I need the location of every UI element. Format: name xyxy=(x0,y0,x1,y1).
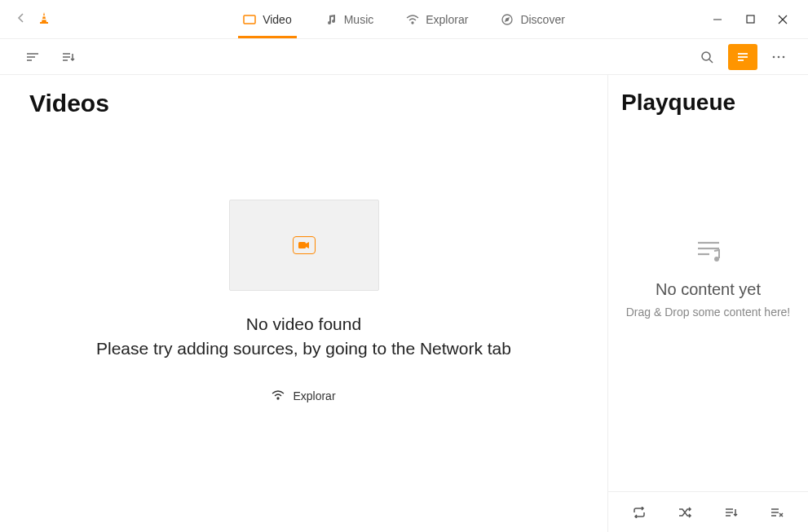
wifi-icon xyxy=(406,13,419,26)
svg-point-25 xyxy=(277,398,279,399)
titlebar-left xyxy=(0,11,114,28)
more-button[interactable] xyxy=(764,44,793,70)
close-button[interactable] xyxy=(777,14,788,25)
maximize-button[interactable] xyxy=(744,14,756,25)
page-title: Videos xyxy=(29,90,578,117)
sort-button[interactable] xyxy=(18,44,47,70)
tab-discover[interactable]: Discover xyxy=(501,0,564,38)
window-controls xyxy=(694,14,808,25)
tab-browse[interactable]: Explorar xyxy=(406,0,468,38)
playlist-sort-button[interactable] xyxy=(54,44,83,70)
titlebar: Video Music Explorar Discover xyxy=(0,0,808,39)
playqueue-title: Playqueue xyxy=(621,90,795,116)
svg-rect-24 xyxy=(298,242,306,248)
tab-label: Discover xyxy=(520,13,564,26)
playqueue-sidebar: Playqueue No content yet Drag & Drop som… xyxy=(608,75,808,532)
minimize-button[interactable] xyxy=(712,14,723,25)
video-placeholder-card xyxy=(229,200,379,291)
empty-state: No video found Please try adding sources… xyxy=(29,117,578,517)
repeat-button[interactable] xyxy=(627,500,651,525)
browse-label: Explorar xyxy=(293,389,335,402)
search-button[interactable] xyxy=(692,44,722,70)
empty-message: No video found Please try adding sources… xyxy=(96,312,511,360)
playlist-music-icon xyxy=(695,240,722,267)
playqueue-footer xyxy=(608,491,808,532)
playqueue-empty-subtitle: Drag & Drop some content here! xyxy=(626,306,791,319)
toolbar-right xyxy=(692,44,793,70)
compass-icon xyxy=(501,13,514,26)
svg-rect-0 xyxy=(40,22,48,24)
empty-line-1: No video found xyxy=(96,312,511,336)
content: Videos No video found Please try adding … xyxy=(0,75,808,532)
tab-video[interactable]: Video xyxy=(243,0,292,38)
toolbar-left xyxy=(18,44,83,70)
playqueue-toggle-button[interactable] xyxy=(728,44,757,70)
empty-line-2: Please try adding sources, by going to t… xyxy=(96,336,511,360)
tab-label: Music xyxy=(344,13,374,26)
back-button[interactable] xyxy=(15,11,28,28)
nav-tabs: Video Music Explorar Discover xyxy=(114,0,694,38)
video-camera-icon xyxy=(293,236,316,254)
tab-label: Explorar xyxy=(426,13,468,26)
svg-rect-1 xyxy=(42,15,46,16)
main-area: Videos No video found Please try adding … xyxy=(0,75,608,532)
wifi-icon xyxy=(272,389,285,402)
vlc-cone-icon xyxy=(38,11,51,28)
svg-rect-7 xyxy=(747,15,754,23)
music-note-icon xyxy=(325,13,338,26)
playqueue-empty-title: No content yet xyxy=(656,280,761,299)
queue-add-button[interactable] xyxy=(719,500,744,525)
tv-icon xyxy=(243,13,256,26)
svg-rect-3 xyxy=(244,15,255,24)
toolbar xyxy=(0,39,808,75)
svg-point-4 xyxy=(412,22,413,24)
svg-point-16 xyxy=(702,52,710,60)
shuffle-button[interactable] xyxy=(673,500,697,525)
svg-point-23 xyxy=(783,55,785,58)
tab-music[interactable]: Music xyxy=(325,0,374,38)
playqueue-empty-state: No content yet Drag & Drop some content … xyxy=(621,116,795,491)
svg-point-22 xyxy=(778,55,780,58)
svg-point-21 xyxy=(773,55,775,58)
tab-label: Video xyxy=(263,13,292,26)
browse-link[interactable]: Explorar xyxy=(272,389,335,402)
svg-rect-2 xyxy=(42,19,46,20)
svg-line-17 xyxy=(709,59,713,63)
svg-point-29 xyxy=(714,257,719,262)
queue-clear-button[interactable] xyxy=(765,500,789,525)
